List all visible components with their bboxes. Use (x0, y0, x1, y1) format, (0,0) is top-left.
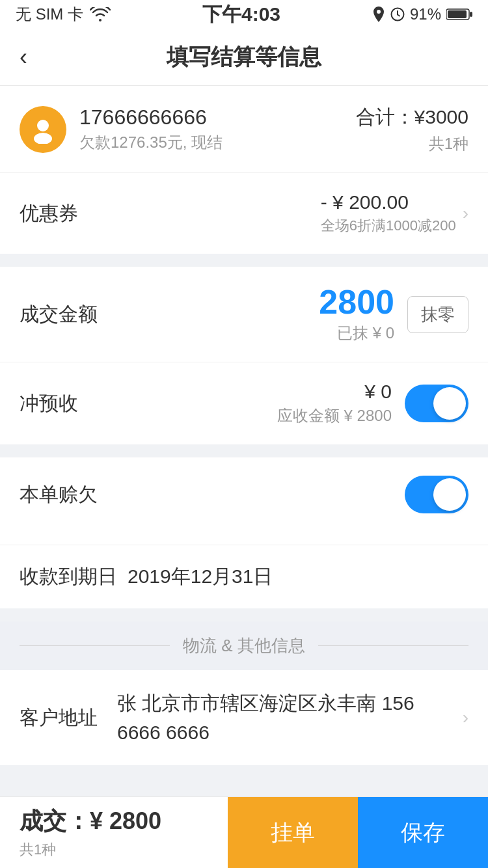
status-time: 下午4:03 (202, 1, 280, 28)
single-note-section: 本单赊欠 收款到期日 2019年12月31日 (0, 457, 488, 608)
status-left: 无 SIM 卡 (16, 4, 111, 25)
duedate-section: 收款到期日 2019年12月31日 (0, 545, 488, 608)
svg-rect-3 (448, 10, 467, 18)
duedate-label: 收款到期日 (20, 563, 117, 590)
coupon-detail: 全场6折满1000减200 (321, 216, 456, 236)
svg-point-5 (34, 133, 52, 144)
user-sub: 欠款1276.35元, 现结 (79, 132, 223, 153)
amount-sub: 已抹 ¥ 0 (319, 323, 394, 344)
user-total: 合计：¥3000 (356, 104, 468, 131)
coupon-label: 优惠券 (20, 200, 78, 227)
bottom-summary: 成交：¥ 2800 共1种 (0, 806, 228, 860)
save-button[interactable]: 保存 (358, 797, 488, 869)
coupon-info: - ¥ 200.00 全场6折满1000减200 (321, 191, 456, 236)
location-icon (372, 7, 385, 22)
address-content: 张 北京市市辖区海淀区永丰南 156 6666 6666 (117, 688, 463, 747)
toggle-knob (433, 387, 466, 420)
user-info-row: 17666666666 欠款1276.35元, 现结 合计：¥3000 共1种 (0, 86, 488, 172)
duedate-value: 2019年12月31日 (128, 563, 273, 590)
sim-status: 无 SIM 卡 (16, 4, 83, 25)
amount-right-group: 2800 已抹 ¥ 0 抹零 (319, 285, 468, 344)
note-toggle-knob (433, 478, 466, 511)
bottom-deal: 成交：¥ 2800 (20, 806, 208, 837)
divider-line-left (20, 645, 170, 646)
status-right: 91% (372, 5, 472, 23)
nav-bar: ‹ 填写结算等信息 (0, 29, 488, 86)
bottom-deal-amount: ¥ 2800 (90, 807, 161, 834)
amount-label: 成交金额 (20, 301, 98, 328)
precollect-row: 冲预收 ¥ 0 应收金额 ¥ 2800 (0, 362, 488, 444)
bottom-bar: 成交：¥ 2800 共1种 挂单 保存 (0, 796, 488, 868)
precollect-value: ¥ 0 (277, 381, 392, 403)
amount-value: 2800 (319, 285, 394, 319)
coupon-right: - ¥ 200.00 全场6折满1000减200 › (321, 191, 468, 236)
user-info-text: 17666666666 欠款1276.35元, 现结 (79, 105, 223, 153)
bottom-deal-label: 成交： (20, 807, 90, 834)
address-label: 客户地址 (20, 705, 98, 731)
wifi-icon (90, 7, 111, 21)
amount-row: 成交金额 2800 已抹 ¥ 0 抹零 (0, 267, 488, 362)
divider-text: 物流 & 其他信息 (183, 634, 305, 657)
divider-line-right (318, 645, 468, 646)
duedate-row: 收款到期日 2019年12月31日 (20, 563, 468, 590)
note-row: 本单赊欠 (0, 457, 488, 532)
address-section[interactable]: 客户地址 张 北京市市辖区海淀区永丰南 156 6666 6666 › (0, 670, 488, 765)
clock-icon (390, 7, 405, 21)
precollect-amount: ¥ 0 应收金额 ¥ 2800 (277, 381, 392, 426)
coupon-row[interactable]: 优惠券 - ¥ 200.00 全场6折满1000减200 › (0, 172, 488, 254)
address-chevron-icon: › (463, 707, 468, 728)
battery-icon (446, 8, 472, 21)
hold-button[interactable]: 挂单 (228, 797, 358, 869)
svg-point-4 (37, 120, 49, 131)
coupon-chevron-icon: › (463, 203, 468, 224)
section-divider: 物流 & 其他信息 (0, 621, 488, 670)
note-toggle[interactable] (405, 476, 468, 513)
amount-section: 成交金额 2800 已抹 ¥ 0 抹零 冲预收 ¥ 0 应收金额 ¥ 2800 (0, 267, 488, 444)
user-left: 17666666666 欠款1276.35元, 现结 (20, 105, 223, 153)
page-title: 填写结算等信息 (167, 42, 321, 72)
note-label: 本单赊欠 (20, 481, 98, 508)
svg-rect-2 (470, 12, 472, 17)
back-button[interactable]: ‹ (20, 44, 27, 71)
round-button[interactable]: 抹零 (407, 296, 468, 333)
user-info-card: 17666666666 欠款1276.35元, 现结 合计：¥3000 共1种 … (0, 86, 488, 254)
coupon-discount: - ¥ 200.00 (321, 191, 456, 213)
user-right: 合计：¥3000 共1种 (356, 104, 468, 154)
avatar-icon (29, 115, 57, 144)
status-bar: 无 SIM 卡 下午4:03 91% (0, 0, 488, 29)
user-count: 共1种 (356, 133, 468, 154)
battery-text: 91% (410, 5, 441, 23)
precollect-toggle[interactable] (405, 385, 468, 422)
user-phone: 17666666666 (79, 105, 223, 129)
bottom-count: 共1种 (20, 840, 208, 860)
content-area: 17666666666 欠款1276.35元, 现结 合计：¥3000 共1种 … (0, 86, 488, 863)
precollect-receivable: 应收金额 ¥ 2800 (277, 405, 392, 426)
precollect-label: 冲预收 (20, 390, 78, 417)
amount-value-group: 2800 已抹 ¥ 0 (319, 285, 394, 344)
precollect-right: ¥ 0 应收金额 ¥ 2800 (277, 381, 468, 426)
user-avatar (20, 106, 66, 153)
